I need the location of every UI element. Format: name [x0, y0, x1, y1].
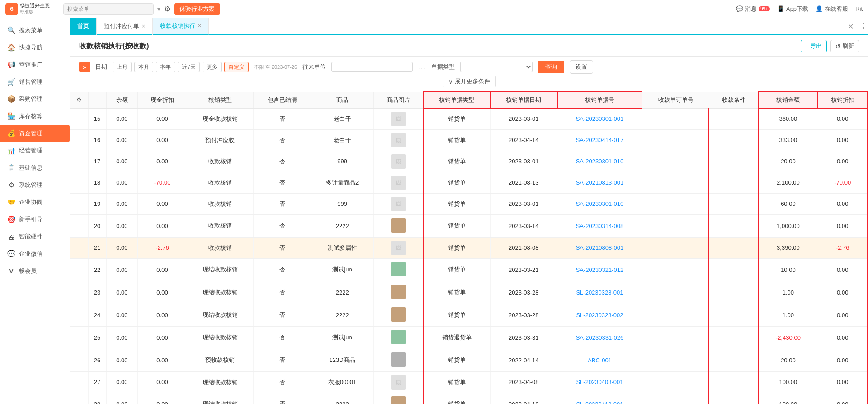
home-icon: 🏠 — [7, 43, 15, 52]
col-verify-bill-no-cell[interactable]: SA-20210808-001 — [557, 237, 642, 258]
messages-button[interactable]: 💬 消息 99+ — [736, 5, 770, 13]
chevron-down-icon[interactable]: ▾ — [157, 5, 160, 13]
search-input[interactable] — [63, 3, 154, 15]
col-goods-image-cell: 🖼 — [373, 151, 423, 172]
expand-tab-button[interactable]: ⛶ — [857, 22, 864, 30]
col-goods-image-cell: 🖼 — [373, 237, 423, 258]
table-row: 15 0.00 0.00 现金收款核销 否 老白干 🖼 销货单 2023-03-… — [70, 108, 868, 129]
tab-home[interactable]: 首页 — [70, 18, 97, 35]
column-settings-icon[interactable]: ⚙ — [76, 96, 82, 103]
sidebar-item-hardware[interactable]: 🖨 智能硬件 — [0, 228, 70, 245]
sidebar-item-purchase[interactable]: 📦 采购管理 — [0, 90, 70, 108]
col-verify-amount-cell: 1.00 — [758, 281, 818, 304]
tab-prepay[interactable]: 预付冲应付单 × — [97, 18, 153, 35]
export-button[interactable]: ↑ 导出 — [801, 40, 827, 52]
sidebar-item-management[interactable]: 📊 经营管理 — [0, 142, 70, 159]
date-btn-this-month[interactable]: 本月 — [134, 62, 153, 72]
sidebar-item-member[interactable]: V 畅会员 — [0, 262, 70, 280]
settings-icon[interactable]: ⚙ — [164, 5, 170, 13]
col-verify-bill-type-cell: 销货单 — [423, 108, 491, 129]
col-balance-cell: 0.00 — [106, 193, 138, 214]
col-verify-bill-no-cell[interactable]: SA-20230301-010 — [557, 193, 642, 214]
filter-expand-button[interactable]: » — [79, 62, 90, 72]
close-tab-button[interactable]: ✕ — [848, 22, 854, 31]
basic-icon: 📋 — [7, 164, 15, 172]
from-unit-label: 往来单位 — [302, 63, 326, 71]
app-download-button[interactable]: 📱 App下载 — [777, 5, 808, 13]
online-service-button[interactable]: 👤 在线客服 — [816, 5, 848, 13]
col-receipt-order-no-cell — [642, 129, 709, 151]
col-balance: 余额 — [106, 92, 138, 108]
col-verify-type-cell: 收款核销 — [187, 237, 253, 258]
bill-no-link: SL-20230408-001 — [576, 379, 623, 385]
col-goods-cell: 测试jun — [311, 326, 373, 349]
col-verify-bill-no-cell[interactable]: SA-20230414-017 — [557, 129, 642, 151]
tab-verify[interactable]: 收款核销执行 × — [153, 18, 209, 35]
col-include-settled-cell: 否 — [253, 108, 311, 129]
date-btn-7days[interactable]: 近7天 — [178, 62, 200, 72]
col-settings[interactable]: ⚙ — [70, 92, 88, 108]
expand-more-button[interactable]: ∨ 展开更多条件 — [443, 76, 496, 87]
col-verify-bill-no-cell[interactable]: SA-20230314-008 — [557, 214, 642, 237]
bill-type-select[interactable] — [460, 62, 533, 72]
sidebar-item-nav[interactable]: 🏠 快捷导航 — [0, 39, 70, 56]
col-include-settled-cell: 否 — [253, 129, 311, 151]
col-verify-bill-no-cell[interactable]: SL-20230328-002 — [557, 304, 642, 326]
col-verify-bill-no-cell[interactable]: SA-20210813-001 — [557, 172, 642, 193]
sidebar-item-inventory[interactable]: 🏪 库存核算 — [0, 108, 70, 125]
col-verify-bill-no-cell[interactable]: SA-20230301-001 — [557, 108, 642, 129]
col-verify-bill-no-cell[interactable]: SA-20230321-012 — [557, 258, 642, 281]
sidebar-item-search[interactable]: 🔍 搜索菜单 — [0, 22, 70, 39]
col-verify-bill-type: 核销单据类型 — [423, 92, 491, 108]
col-verify-bill-no-cell[interactable]: SL-20230418-001 — [557, 393, 642, 404]
marketing-icon: 📢 — [7, 61, 15, 69]
date-btn-custom[interactable]: 自定义 — [224, 62, 249, 72]
guide-icon: 🎯 — [7, 215, 15, 223]
sidebar-item-finance[interactable]: 💰 资金管理 — [0, 125, 70, 142]
setting-button[interactable]: 设置 — [570, 60, 593, 74]
bill-no-link: SA-20230301-010 — [576, 158, 624, 165]
data-table: ⚙ 余额 现金折扣 核销类型 包含已结清 商品 商品图片 核销单据类型 核销单据… — [70, 91, 868, 404]
tab-close-prepay[interactable]: × — [142, 23, 145, 29]
from-unit-input[interactable] — [331, 62, 413, 72]
hardware-icon: 🖨 — [7, 233, 15, 241]
col-goods-image-cell — [373, 349, 423, 371]
table-container[interactable]: ⚙ 余额 现金折扣 核销类型 包含已结清 商品 商品图片 核销单据类型 核销单据… — [70, 91, 868, 404]
tab-close-verify[interactable]: × — [198, 23, 201, 29]
sidebar-item-marketing[interactable]: 📢 营销推广 — [0, 56, 70, 73]
col-goods-image-cell — [373, 304, 423, 326]
col-verify-bill-no-cell[interactable]: SA-20230331-026 — [557, 326, 642, 349]
sidebar-item-cooperation[interactable]: 🤝 企业协同 — [0, 194, 70, 211]
sidebar-item-basic[interactable]: 📋 基础信息 — [0, 159, 70, 176]
app-layout: 🔍 搜索菜单 🏠 快捷导航 📢 营销推广 🛒 销售管理 📦 采购管理 🏪 库存核… — [0, 18, 868, 404]
col-seq-cell: 20 — [88, 214, 106, 237]
date-btn-last-month[interactable]: 上月 — [113, 62, 132, 72]
col-settings-cell — [70, 129, 88, 151]
sidebar-item-sales[interactable]: 🛒 销售管理 — [0, 73, 70, 90]
date-btn-more[interactable]: 更多 — [203, 62, 222, 72]
table-row: 26 0.00 0.00 预收款核销 否 123D商品 销货单 2022-04-… — [70, 349, 868, 371]
refresh-button[interactable]: ↺ 刷新 — [830, 40, 859, 52]
col-balance-cell: 0.00 — [106, 393, 138, 404]
col-verify-bill-no-cell[interactable]: SL-20230328-001 — [557, 281, 642, 304]
sidebar-item-wechat[interactable]: 💬 企业微信 — [0, 245, 70, 262]
table-row: 22 0.00 0.00 现结收款核销 否 测试jun 销货单 2023-03-… — [70, 258, 868, 281]
query-button[interactable]: 查询 — [538, 61, 564, 73]
col-verify-bill-no-cell[interactable]: SL-20230408-001 — [557, 371, 642, 393]
user-name[interactable]: Rit — [855, 5, 863, 12]
col-verify-bill-date-cell: 2023-04-18 — [490, 393, 557, 404]
inventory-icon: 🏪 — [7, 112, 15, 120]
sidebar-item-guide[interactable]: 🎯 新手引导 — [0, 211, 70, 228]
col-verify-bill-date-cell: 2023-03-01 — [490, 193, 557, 214]
date-btn-this-year[interactable]: 本年 — [156, 62, 175, 72]
col-balance-cell: 0.00 — [106, 304, 138, 326]
col-verify-amount-cell: 20.00 — [758, 349, 818, 371]
col-verify-bill-no-cell[interactable]: SA-20230301-010 — [557, 151, 642, 172]
col-verify-bill-no-cell[interactable]: ABC-001 — [557, 349, 642, 371]
solution-button[interactable]: 休验行业方案 — [174, 3, 220, 15]
sidebar-item-system[interactable]: ⚙ 系统管理 — [0, 176, 70, 194]
bill-no-link: SL-20230328-001 — [576, 289, 623, 296]
col-goods-image-cell: 🖼 — [373, 129, 423, 151]
col-verify-amount-cell: 2,100.00 — [758, 172, 818, 193]
col-receipt-condition-cell — [709, 108, 758, 129]
